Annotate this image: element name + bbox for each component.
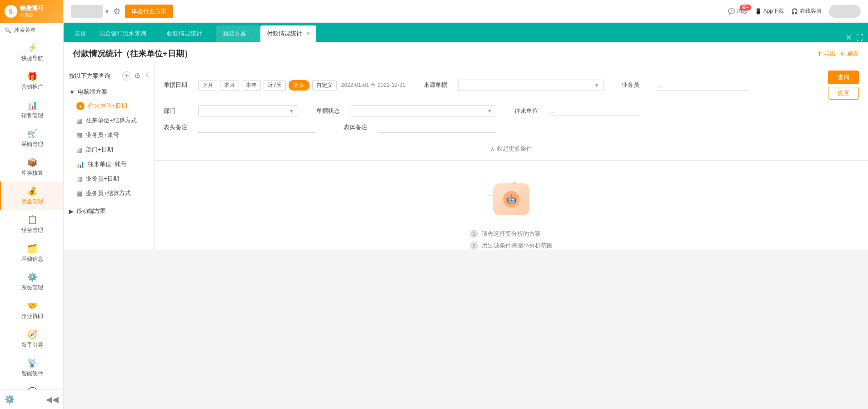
finance-icon: 💰 xyxy=(27,186,37,196)
trading-dots: ... xyxy=(549,106,640,115)
scheme-staff-settle[interactable]: ▦ 业务员+结算方式 xyxy=(64,186,154,201)
collapse-panel-icon[interactable]: 《 xyxy=(143,71,149,81)
right-content: 单据日期 上月 本月 本年 近7天 更多 自定义 2022-01-01 至 20… xyxy=(155,64,868,250)
date-btn-last-month[interactable]: 上月 xyxy=(198,80,217,91)
scheme-icon: ▦ xyxy=(76,117,82,124)
tab-bank-flow-close[interactable]: × xyxy=(151,30,154,37)
sidebar-item-hardware[interactable]: 📡 智能硬件 xyxy=(0,353,63,382)
sidebar-item-finance[interactable]: 💰 资金管理 xyxy=(0,182,63,210)
sidebar-item-wechat[interactable]: 💬 企业微信 xyxy=(0,382,63,389)
scheme-dept-date[interactable]: ▦ 部门+日期 xyxy=(64,142,154,157)
sidebar-item-guide[interactable]: 🧭 新手引导 xyxy=(0,325,63,353)
group-arrow-icon: ▶ xyxy=(69,208,74,215)
tab-receipt-stats[interactable]: 收款情况统计 × xyxy=(160,25,216,42)
settings-scheme-icon[interactable]: ⚙ xyxy=(134,71,140,81)
date-btn-this-month[interactable]: 本月 xyxy=(220,80,239,91)
date-filter-btns: 上月 本月 本年 近7天 更多 自定义 2022-01-01 至 2022-12… xyxy=(198,80,405,91)
scheme-icon: ▦ xyxy=(76,190,82,197)
topbar-actions: 💬 消息 99+ 📱 App下载 🎧 在线客服 xyxy=(728,5,861,18)
collapse-sidebar-icon[interactable]: ◀◀ xyxy=(46,394,59,404)
tab-bank-flow[interactable]: 现金银行流水查询 × xyxy=(93,25,160,42)
sidebar-item-operation[interactable]: 📋 经营管理 xyxy=(0,210,63,239)
source-filter-label: 来源单据 xyxy=(424,81,449,89)
body-note-input[interactable] xyxy=(378,122,496,133)
sidebar-search[interactable]: 🔍 搜索菜单 xyxy=(0,23,63,38)
scheme-trading-account[interactable]: 📊 往来单位+账号 xyxy=(64,157,154,172)
tab-close-all-icon[interactable]: ✕ xyxy=(846,33,852,42)
sidebar-item-label: 快捷导航 xyxy=(21,55,43,62)
tab-receipt-stats-close[interactable]: × xyxy=(207,30,210,37)
mobile-schemes-group[interactable]: ▶ 移动端方案 xyxy=(64,204,154,218)
search-label: 搜索菜单 xyxy=(14,26,36,34)
page-title: 付款情况统计（往来单位+日期） xyxy=(73,48,192,59)
add-scheme-icon[interactable]: + xyxy=(122,71,131,81)
date-btn-last-7-days[interactable]: 近7天 xyxy=(264,80,286,91)
user-selector[interactable]: ▾ xyxy=(71,5,109,18)
collapse-filter-btn[interactable]: ∧ 收起更多条件 xyxy=(490,142,532,156)
sidebar-item-label: 系统管理 xyxy=(21,284,43,292)
scheme-label: 往来单位+日期 xyxy=(88,102,127,110)
staff-dots: ... xyxy=(656,81,747,89)
online-service-btn[interactable]: 🎧 在线客服 xyxy=(791,7,822,15)
date-btn-this-year[interactable]: 本年 xyxy=(242,80,261,91)
tab-new-scheme-close[interactable]: × xyxy=(251,30,254,37)
tab-expand-icon[interactable]: ⛶ xyxy=(856,34,863,42)
sidebar-item-purchase[interactable]: 🛒 采购管理 xyxy=(0,124,63,153)
scheme-trading-settle[interactable]: ▦ 往来单位+结算方式 xyxy=(64,113,154,128)
desktop-schemes-group[interactable]: ▼ 电脑端方案 xyxy=(64,85,154,99)
sidebar-item-quick-nav[interactable]: ⚡ 快捷导航 xyxy=(0,38,63,67)
doc-status-select[interactable]: ▾ xyxy=(351,105,496,116)
tab-new-scheme[interactable]: 新建方案 × xyxy=(216,25,260,42)
sidebar-item-label: 库存核算 xyxy=(21,169,43,177)
step-1-num: 1 xyxy=(470,230,478,238)
trial-button[interactable]: 体验行业方案 xyxy=(125,5,173,18)
settings-footer-icon[interactable]: ⚙️ xyxy=(5,394,15,404)
empty-state: 🤖 ✦ — 1 请先选择要分析的方案 2 用过滤条件 xyxy=(155,161,868,250)
export-label: 导出 xyxy=(824,50,836,58)
sidebar-item-enterprise[interactable]: 🤝 企业协同 xyxy=(0,296,63,325)
scheme-trading-date[interactable]: ● 往来单位+日期 xyxy=(64,99,154,113)
source-select[interactable]: ▾ xyxy=(458,80,604,91)
user-dropdown-icon[interactable]: ▾ xyxy=(105,8,109,15)
dept-select[interactable]: ▾ xyxy=(198,105,298,116)
sidebar-item-label: 新手引导 xyxy=(21,341,43,349)
settings-button[interactable]: 设置 xyxy=(828,87,859,100)
scheme-staff-date[interactable]: ▦ 业务员+日期 xyxy=(64,172,154,186)
sidebar-item-label: 资金管理 xyxy=(21,198,43,206)
inventory-icon: 📦 xyxy=(27,157,37,167)
sidebar-item-system[interactable]: ⚙️ 系统管理 xyxy=(0,268,63,296)
date-btn-custom[interactable]: 自定义 xyxy=(312,80,337,91)
tab-home[interactable]: 首页 xyxy=(68,25,93,42)
sidebar-item-inventory[interactable]: 📦 库存核算 xyxy=(0,153,63,182)
filter-row-1: 单据日期 上月 本月 本年 近7天 更多 自定义 2022-01-01 至 20… xyxy=(164,71,859,100)
topbar: ▾ ⚙ 体验行业方案 💬 消息 99+ 📱 App下载 🎧 在线客服 xyxy=(64,0,868,23)
tab-payment-stats[interactable]: 付款情况统计 × xyxy=(260,25,316,42)
sidebar-item-label: 智能硬件 xyxy=(21,370,43,378)
doc-status-filter-label: 单据状态 xyxy=(316,107,342,115)
body-area: 按以下方案查询 + ⚙ 《 ▼ 电脑端方案 ● 往来单位+日期 xyxy=(64,64,868,250)
query-button[interactable]: 查询 xyxy=(828,71,859,84)
body-note-label: 表体备注 xyxy=(344,123,369,131)
topbar-settings-icon[interactable]: ⚙ xyxy=(113,6,120,16)
message-btn[interactable]: 💬 消息 99+ xyxy=(728,7,748,15)
sidebar-item-sales[interactable]: 📊 销售管理 xyxy=(0,96,63,124)
date-range-display: 2022-01-01 至 2022-12-31 xyxy=(341,81,405,89)
app-icon: 📱 xyxy=(755,8,762,15)
sidebar-item-marketing[interactable]: 🎁 营销推广 xyxy=(0,67,63,96)
export-button[interactable]: ⬆ 导出 xyxy=(817,50,836,58)
sidebar-item-basic[interactable]: 🗂️ 基础信息 xyxy=(0,239,63,268)
left-panel-header-actions: + ⚙ 《 xyxy=(122,71,149,81)
header-note-input[interactable] xyxy=(198,122,316,133)
refresh-button[interactable]: ↻ 刷新 xyxy=(840,50,859,58)
app-download-btn[interactable]: 📱 App下载 xyxy=(755,7,784,15)
step-2-num: 2 xyxy=(470,242,478,250)
user-right-avatar[interactable] xyxy=(829,5,861,18)
staff-input-area[interactable]: ... xyxy=(656,80,747,91)
date-btn-more[interactable]: 更多 xyxy=(289,80,309,91)
trading-input-area[interactable]: ... xyxy=(549,106,640,116)
sidebar-item-label: 销售管理 xyxy=(21,112,43,120)
trading-filter-label: 往来单位 xyxy=(514,107,540,115)
scheme-staff-account[interactable]: ▦ 业务员+账号 xyxy=(64,128,154,142)
tab-payment-stats-close[interactable]: × xyxy=(307,30,310,37)
system-icon: ⚙️ xyxy=(27,272,37,282)
